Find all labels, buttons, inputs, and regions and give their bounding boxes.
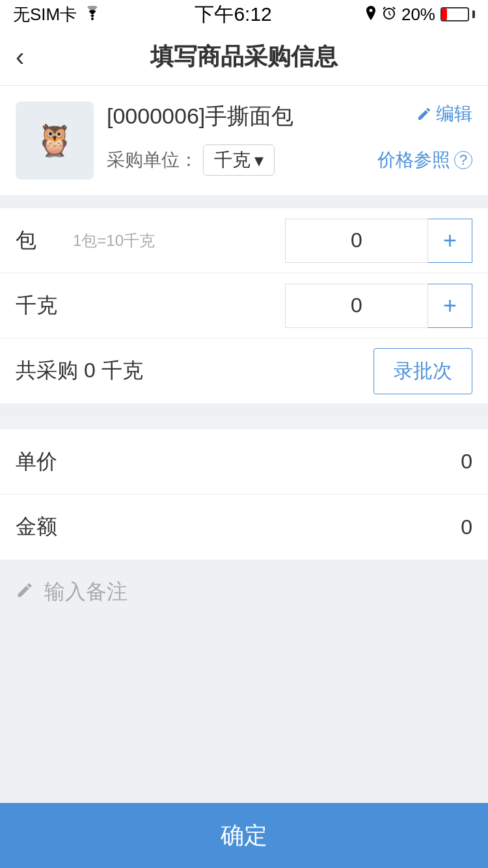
product-card: 🦉 [0000006]手撕面包 编辑 采购单位： 千克 ▾ 价格参照 ? xyxy=(0,86,488,195)
unit-label-group: 采购单位： 千克 ▾ xyxy=(107,144,275,176)
pencil-icon xyxy=(16,581,34,604)
divider-1 xyxy=(0,195,488,208)
status-right: 20% xyxy=(365,5,475,25)
wifi-icon xyxy=(83,5,102,25)
bag-input[interactable]: 0 xyxy=(285,219,428,263)
amount-label: 金额 xyxy=(16,513,57,541)
svg-point-0 xyxy=(91,18,94,20)
amount-row: 金额 0 xyxy=(0,495,488,560)
note-section[interactable]: 输入备注 xyxy=(0,560,488,625)
note-placeholder: 输入备注 xyxy=(44,578,128,606)
divider-2 xyxy=(0,403,488,416)
status-time: 下午6:12 xyxy=(195,1,271,28)
bag-control: 0 + xyxy=(285,219,472,263)
status-left: 无SIM卡 xyxy=(13,3,102,26)
product-logo-icon: 🦉 xyxy=(35,122,74,159)
total-text: 共采购 0 千克 xyxy=(16,357,143,385)
product-image: 🦉 xyxy=(16,102,94,180)
edit-label: 编辑 xyxy=(436,102,472,126)
unit-value: 千克 xyxy=(214,148,251,172)
product-header: [0000006]手撕面包 编辑 xyxy=(107,102,472,131)
total-unit: 千克 xyxy=(102,359,143,382)
unit-price-label: 单价 xyxy=(16,448,57,476)
product-info: [0000006]手撕面包 编辑 采购单位： 千克 ▾ 价格参照 ? xyxy=(107,102,472,176)
dropdown-icon: ▾ xyxy=(254,150,264,171)
confirm-label: 确定 xyxy=(221,820,267,852)
unit-label-text: 采购单位： xyxy=(107,148,198,172)
price-ref-label: 价格参照 xyxy=(377,148,450,172)
back-button[interactable]: ‹ xyxy=(16,42,24,72)
kg-input[interactable]: 0 xyxy=(285,284,428,328)
battery-label: 20% xyxy=(401,5,435,25)
nav-bar: ‹ 填写商品采购信息 xyxy=(0,29,488,86)
price-section: 单价 0 金额 0 xyxy=(0,429,488,560)
page-title: 填写商品采购信息 xyxy=(150,41,338,73)
kg-row: 千克 0 + xyxy=(0,273,488,338)
product-unit-row: 采购单位： 千克 ▾ 价格参照 ? xyxy=(107,144,472,176)
confirm-button[interactable]: 确定 xyxy=(0,803,488,868)
battery-icon xyxy=(441,7,475,21)
total-row: 共采购 0 千克 录批次 xyxy=(0,338,488,403)
kg-control: 0 + xyxy=(285,284,472,328)
quantity-section: 包 1包=10千克 0 + 千克 0 + xyxy=(0,208,488,338)
total-value: 0 xyxy=(84,359,96,382)
unit-price-row: 单价 0 xyxy=(0,429,488,495)
status-bar: 无SIM卡 下午6:12 20% xyxy=(0,0,488,29)
batch-button[interactable]: 录批次 xyxy=(373,348,472,394)
bag-sublabel: 1包=10千克 xyxy=(73,230,285,251)
kg-label: 千克 xyxy=(16,292,68,320)
price-ref-icon: ? xyxy=(454,151,472,169)
edit-button[interactable]: 编辑 xyxy=(416,102,472,126)
kg-plus-button[interactable]: + xyxy=(428,284,472,328)
amount-value: 0 xyxy=(461,515,472,539)
price-ref-button[interactable]: 价格参照 ? xyxy=(377,148,472,172)
total-label: 共采购 xyxy=(16,359,78,382)
product-name: [0000006]手撕面包 xyxy=(107,102,293,131)
bag-label: 包 xyxy=(16,226,68,255)
alarm-icon xyxy=(382,5,396,25)
unit-price-value: 0 xyxy=(461,450,472,474)
carrier-label: 无SIM卡 xyxy=(13,3,77,26)
bag-row: 包 1包=10千克 0 + xyxy=(0,208,488,273)
location-icon xyxy=(365,5,377,25)
bag-plus-button[interactable]: + xyxy=(428,219,472,263)
unit-select[interactable]: 千克 ▾ xyxy=(203,144,275,176)
